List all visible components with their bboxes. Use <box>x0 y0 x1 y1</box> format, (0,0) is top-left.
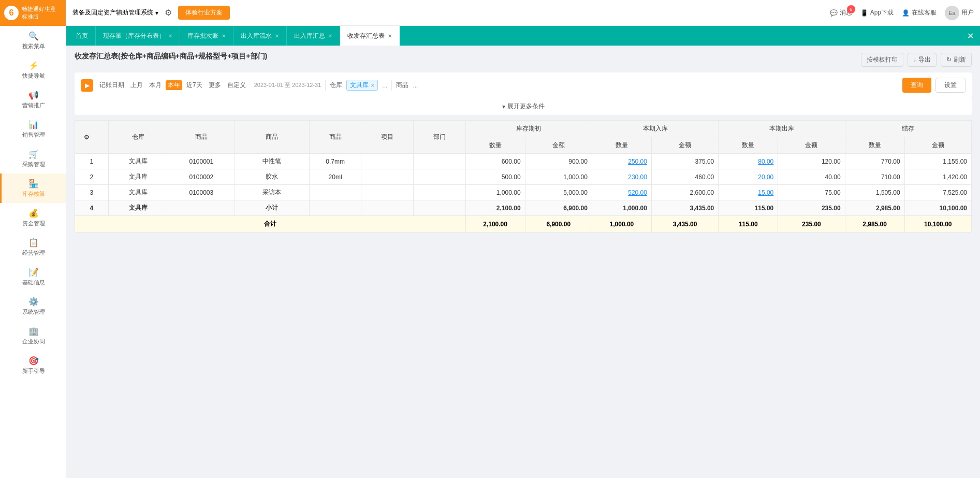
row-in-qty[interactable]: 520.00 <box>592 185 651 200</box>
date-this-month[interactable]: 本月 <box>147 80 164 90</box>
app-download-action[interactable]: 📱 App下载 <box>860 8 894 17</box>
table-row: 1 文具库 0100001 中性笔 0.7mm 600.00 900.00 25… <box>75 154 972 169</box>
table-row: 4 文具库 小计 2,100.00 6,900.00 1,000.00 3,43… <box>75 200 972 216</box>
goods-filter-label: 商品 <box>396 81 408 90</box>
export-button[interactable]: ↓ 导出 <box>908 53 937 67</box>
tab-batch[interactable]: 库存批次账✕ <box>180 26 233 46</box>
open-qty-header: 数量 <box>465 137 525 154</box>
user-action[interactable]: Ea 用户 <box>945 6 974 20</box>
sidebar-item-inventory[interactable]: 🏪库存核算 <box>0 173 66 203</box>
tab-close-inout-summary[interactable]: ✕ <box>328 33 332 39</box>
date-this-year[interactable]: 本年 <box>166 80 182 90</box>
row-out-qty[interactable]: 20.00 <box>719 169 778 185</box>
footer-in-amt: 3,435.00 <box>651 216 718 233</box>
settings-col-header[interactable]: ⚙ <box>75 121 109 154</box>
row-in-qty[interactable]: 230.00 <box>592 169 651 185</box>
warehouse-tag-close[interactable]: × <box>371 82 374 89</box>
tab-bar-close-btn[interactable]: ✕ <box>963 31 978 41</box>
inventory-icon: 🏪 <box>28 179 39 189</box>
sidebar-item-quick-nav[interactable]: ⚡快捷导航 <box>0 55 66 85</box>
row-in-amt: 2,600.00 <box>651 185 718 200</box>
purchase-icon: 🛒 <box>28 149 39 159</box>
refresh-icon: ↻ <box>946 56 952 63</box>
tab-close-recv-send-summary[interactable]: ✕ <box>388 33 392 39</box>
date-7days[interactable]: 近7天 <box>184 80 204 90</box>
setting-button[interactable]: 设置 <box>935 78 966 93</box>
sidebar-item-system[interactable]: ⚙️系统管理 <box>0 292 66 321</box>
quick-nav-icon: ⚡ <box>28 61 39 70</box>
logo-text: 畅捷通好生意 标准版 <box>22 5 56 21</box>
row-in-amt: 460.00 <box>651 169 718 185</box>
row-warehouse: 文具库 <box>108 154 168 169</box>
row-project <box>361 185 414 200</box>
gear-button[interactable]: ⚙ <box>165 8 172 18</box>
sidebar-item-finance[interactable]: 💰资金管理 <box>0 203 66 233</box>
balance-header: 结存 <box>845 121 971 137</box>
row-code <box>168 200 235 216</box>
marketing-icon: 📢 <box>28 90 39 100</box>
expand-conditions-btn[interactable]: ▾ 展开更多条件 <box>81 102 966 111</box>
date-shortcuts: 上月 本月 本年 近7天 更多 自定义 <box>128 80 248 90</box>
tab-home[interactable]: 首页 <box>68 26 96 46</box>
sidebar-item-marketing[interactable]: 📢营销推广 <box>0 85 66 114</box>
sidebar-item-purchase[interactable]: 🛒采购管理 <box>0 144 66 173</box>
sidebar-item-guide[interactable]: 🎯新手引导 <box>0 351 66 380</box>
row-in-qty[interactable]: 250.00 <box>592 154 651 169</box>
date-custom[interactable]: 自定义 <box>225 80 248 90</box>
query-button[interactable]: 查询 <box>902 78 931 93</box>
tab-label-inventory-dist: 现存量（库存分布表） <box>103 32 165 40</box>
warehouse-tag[interactable]: 文具库 × <box>346 80 378 91</box>
row-dept <box>413 154 465 169</box>
row-dept <box>413 169 465 185</box>
sidebar-logo: 6 畅捷通好生意 标准版 <box>0 0 66 26</box>
sidebar-item-operations[interactable]: 📋经营管理 <box>0 233 66 262</box>
tab-inout-flow[interactable]: 出入库流水✕ <box>233 26 287 46</box>
row-open-amt: 1,000.00 <box>525 169 592 185</box>
row-spec <box>309 200 361 216</box>
message-badge: 6 <box>847 5 855 13</box>
refresh-button[interactable]: ↻ 刷新 <box>941 53 972 67</box>
table-container: ⚙ 仓库 商品 商品 商品 项目 部门 库存期初 本期入库 本期出库 结存 <box>75 120 972 233</box>
open-stock-header: 库存期初 <box>465 121 592 137</box>
tab-close-inout-flow[interactable]: ✕ <box>275 33 279 39</box>
row-out-amt: 40.00 <box>778 169 845 185</box>
online-service-action[interactable]: 👤 在线客服 <box>902 8 937 17</box>
row-bal-amt: 1,155.00 <box>904 154 971 169</box>
footer-bal-amt: 10,100.00 <box>904 216 971 233</box>
chevron-expand-icon: ▾ <box>502 103 505 110</box>
sales-icon: 📊 <box>28 120 39 129</box>
tab-close-inventory-dist[interactable]: ✕ <box>168 33 172 39</box>
row-bal-amt: 1,420.00 <box>904 169 971 185</box>
row-code: 0100003 <box>168 185 235 200</box>
service-icon: 👤 <box>902 9 910 17</box>
tab-inout-summary[interactable]: 出入库汇总✕ <box>287 26 340 46</box>
date-more[interactable]: 更多 <box>207 80 223 90</box>
sidebar-item-basic-info[interactable]: 📝基础信息 <box>0 262 66 292</box>
row-out-qty[interactable]: 80.00 <box>719 154 778 169</box>
print-button[interactable]: 按模板打印 <box>861 53 903 67</box>
sidebar-item-enterprise[interactable]: 🏢企业协同 <box>0 321 66 351</box>
row-name: 小计 <box>235 200 310 216</box>
try-industry-button[interactable]: 体验行业方案 <box>178 6 230 20</box>
tab-recv-send-summary[interactable]: 收发存汇总表✕ <box>340 26 400 46</box>
warehouse-more[interactable]: ... <box>382 82 387 89</box>
open-amt-header: 金额 <box>525 137 592 154</box>
system-title-selector[interactable]: 装备及固定资产辅助管理系统 ▾ <box>72 8 158 17</box>
message-action[interactable]: 💬 消息 6 <box>830 8 852 17</box>
goods-more[interactable]: ... <box>413 82 418 89</box>
phone-icon: 📱 <box>860 9 868 17</box>
row-open-qty: 2,100.00 <box>465 200 525 216</box>
tab-close-batch[interactable]: ✕ <box>222 33 226 39</box>
filter-toggle[interactable]: ▶ <box>81 79 93 92</box>
sidebar-item-search[interactable]: 🔍搜索菜单 <box>0 26 66 55</box>
tab-inventory-dist[interactable]: 现存量（库存分布表）✕ <box>96 26 180 46</box>
tab-label-inout-flow: 出入库流水 <box>241 32 272 40</box>
basic-info-icon: 📝 <box>28 267 39 277</box>
sidebar-item-sales[interactable]: 📊销售管理 <box>0 114 66 144</box>
page-content: 收发存汇总表(按仓库+商品编码+商品+规格型号+项目+部门) 按模板打印 ↓ 导… <box>66 46 980 478</box>
tab-label-inout-summary: 出入库汇总 <box>294 32 325 40</box>
page-title: 收发存汇总表(按仓库+商品编码+商品+规格型号+项目+部门) <box>75 52 267 61</box>
filter-row: 记账日期 上月 本月 本年 近7天 更多 自定义 2023-01-01 至 20… <box>99 80 896 91</box>
date-last-month[interactable]: 上月 <box>128 80 145 90</box>
row-out-qty[interactable]: 15.00 <box>719 185 778 200</box>
